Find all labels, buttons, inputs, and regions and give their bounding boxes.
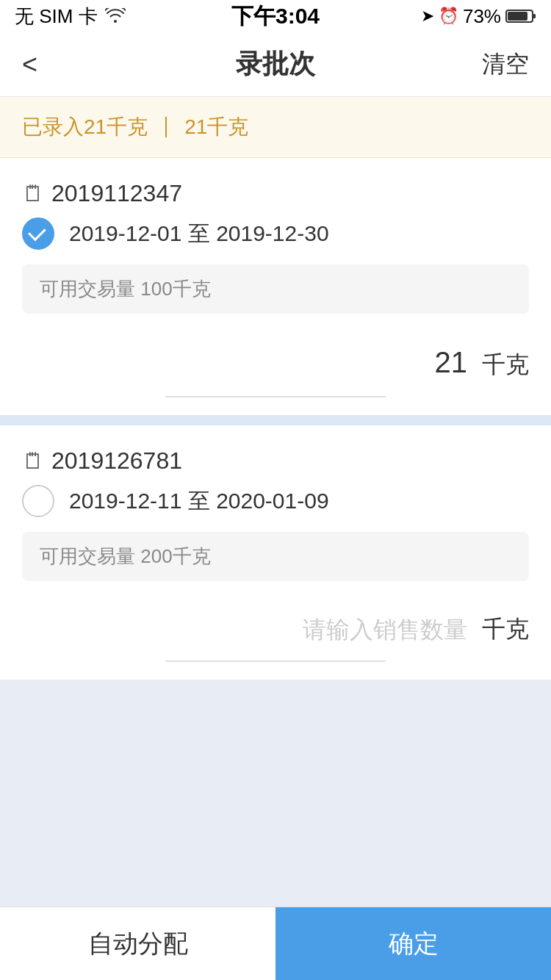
amount-row-1: 21 千克	[0, 331, 551, 396]
battery-percent: 73%	[463, 5, 501, 28]
status-time: 下午3:04	[231, 1, 320, 32]
empty-area	[0, 680, 551, 944]
batch-card-2: 🗒 2019126781 2019-12-11 至 2020-01-09 可用交…	[0, 425, 551, 680]
available-qty-text-1: 可用交易量 100千克	[40, 278, 211, 300]
batch-id-1: 2019112347	[51, 180, 182, 207]
radio-1[interactable]	[22, 217, 54, 250]
recorded-label: 已录入21千克	[22, 113, 148, 141]
available-qty-box-2: 可用交易量 200千克	[22, 532, 529, 581]
doc-icon-1: 🗒	[22, 181, 44, 206]
auto-distribute-button[interactable]: 自动分配	[0, 907, 276, 980]
input-row-2: 千克	[0, 599, 551, 660]
bottom-bar: 自动分配 确定	[0, 907, 551, 980]
confirm-button[interactable]: 确定	[276, 907, 551, 980]
back-button[interactable]: <	[22, 49, 66, 80]
qty-input-2[interactable]	[22, 616, 467, 644]
input-unit-2: 千克	[482, 613, 529, 646]
clear-button[interactable]: 清空	[482, 48, 529, 81]
radio-2[interactable]	[22, 485, 54, 517]
available-qty-text-2: 可用交易量 200千克	[40, 545, 211, 567]
batch-date-1: 2019-12-01 至 2019-12-30	[69, 219, 329, 249]
location-icon: ➤	[421, 7, 434, 26]
available-qty-box-1: 可用交易量 100千克	[22, 264, 529, 314]
battery-icon	[505, 8, 536, 24]
banner-divider	[165, 117, 167, 137]
amount-unit-1: 千克	[482, 349, 529, 381]
nav-bar: < 录批次 清空	[0, 32, 551, 97]
svg-rect-1	[508, 12, 527, 21]
recorded-value: 21千克	[184, 113, 248, 141]
batch-card-1: 🗒 2019112347 2019-12-01 至 2019-12-30 可用交…	[0, 158, 551, 415]
section-separator	[0, 415, 551, 425]
info-banner: 已录入21千克 21千克	[0, 97, 551, 158]
batch-id-2: 2019126781	[51, 447, 182, 475]
sim-status: 无 SIM 卡	[15, 4, 98, 29]
batch-date-2: 2019-12-11 至 2020-01-09	[69, 486, 329, 516]
page-title: 录批次	[236, 46, 315, 82]
amount-value-1: 21	[435, 346, 468, 379]
wifi-icon	[105, 5, 126, 28]
alarm-icon: ⏰	[439, 7, 458, 26]
doc-icon-2: 🗒	[22, 449, 44, 474]
svg-rect-2	[533, 14, 536, 18]
status-bar: 无 SIM 卡 下午3:04 ➤ ⏰ 73%	[0, 0, 551, 32]
